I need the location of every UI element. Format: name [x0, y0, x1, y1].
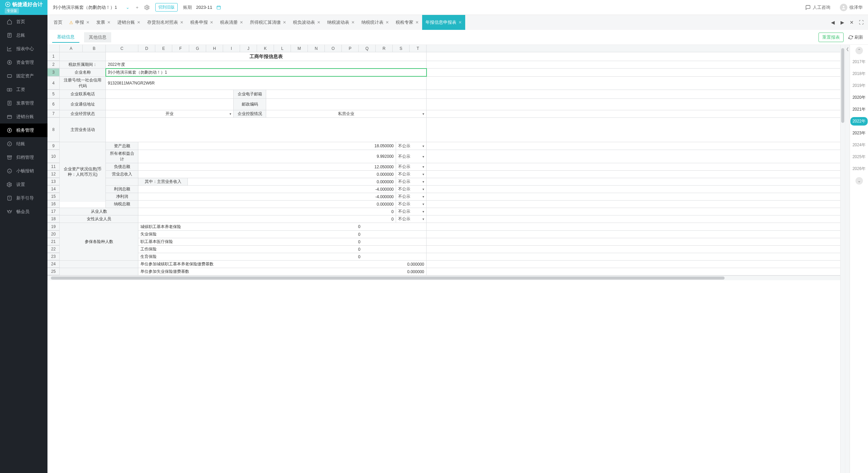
calendar-icon[interactable] [216, 5, 223, 10]
fin-value[interactable]: 18.050000 [138, 142, 396, 150]
year-2020年[interactable]: 2020年 [850, 93, 868, 102]
close-icon[interactable]: ✕ [317, 20, 320, 25]
close-icon[interactable]: ✕ [86, 20, 90, 25]
col-header-P[interactable]: P [342, 45, 359, 52]
fin-value[interactable]: 0.000000 [188, 178, 396, 185]
col-header-T[interactable]: T [410, 45, 427, 52]
col-header-K[interactable]: K [257, 45, 274, 52]
col-header-A[interactable]: A [60, 45, 83, 52]
ins-value[interactable]: 0 [292, 231, 427, 238]
publish-select[interactable]: 不公示 [396, 142, 427, 150]
publish-select[interactable]: 不公示 [396, 193, 427, 200]
publish-select[interactable]: 不公示 [396, 215, 427, 223]
add-icon[interactable]: ＋ [134, 4, 140, 11]
user-menu[interactable]: 徐泽华 [840, 4, 863, 11]
addr-input[interactable] [106, 99, 234, 110]
ins-value[interactable]: 0 [292, 246, 427, 253]
col-header-E[interactable]: E [155, 45, 172, 52]
row-header-24[interactable]: 24 [47, 261, 60, 268]
row-header-10[interactable]: 10 [47, 150, 60, 163]
col-header-J[interactable]: J [240, 45, 257, 52]
year-2019年[interactable]: 2019年 [850, 81, 868, 90]
tab-税负波动表[interactable]: 税负波动表✕ [290, 15, 324, 30]
publish-select[interactable]: 不公示 [396, 208, 427, 215]
emp-value[interactable]: 0 [138, 208, 396, 215]
sidebar-item-home[interactable]: 首页 [0, 15, 47, 29]
ins-value[interactable]: 0 [292, 238, 427, 245]
row-header-25[interactable]: 25 [47, 268, 60, 275]
period-value[interactable]: 2023-11 [196, 5, 212, 10]
row-header-21[interactable]: 21 [47, 238, 60, 245]
year-2026年[interactable]: 2026年 [850, 165, 868, 173]
close-icon[interactable]: ✕ [240, 20, 243, 25]
close-icon[interactable]: ✕ [351, 20, 355, 25]
base-value[interactable]: 0.000000 [359, 268, 427, 275]
row-header-1[interactable]: 1 [47, 52, 60, 61]
close-icon[interactable]: ✕ [137, 20, 140, 25]
year-2025年[interactable]: 2025年 [850, 153, 868, 161]
row-header-16[interactable]: 16 [47, 201, 60, 208]
fin-value[interactable]: -4.000000 [138, 186, 396, 193]
sidebar-item-report[interactable]: 报表中心 [0, 42, 47, 56]
fin-value[interactable]: -4.000000 [138, 193, 396, 200]
sidebar-item-purchase[interactable]: 进销台账 [0, 110, 47, 124]
col-header-B[interactable]: B [83, 45, 106, 52]
year-up-icon[interactable]: ⌃ [855, 47, 863, 54]
holding-select[interactable]: 私营企业 [266, 110, 427, 117]
period-value[interactable]: 2022年度 [106, 61, 427, 68]
publish-select[interactable]: 不公示 [396, 150, 427, 163]
col-header-G[interactable]: G [189, 45, 206, 52]
publish-select[interactable]: 不公示 [396, 163, 427, 170]
tab-申报[interactable]: ⚠申报✕ [66, 15, 93, 30]
row-header-3[interactable]: 3 [47, 69, 60, 76]
close-icon[interactable]: ✕ [386, 20, 389, 25]
fin-value[interactable]: 0.000000 [138, 171, 396, 178]
switch-old-button[interactable]: 切到旧版 [155, 3, 178, 12]
row-header-14[interactable]: 14 [47, 186, 60, 193]
email-input[interactable] [266, 90, 427, 98]
tab-纳税统计表[interactable]: 纳税统计表✕ [358, 15, 392, 30]
sidebar-item-xiaochang[interactable]: 小畅报销 [0, 164, 47, 178]
col-header-C[interactable]: C [106, 45, 138, 52]
sidebar-item-archive[interactable]: 归档管理 [0, 151, 47, 164]
row-header-2[interactable]: 2 [47, 61, 60, 68]
col-header-S[interactable]: S [393, 45, 410, 52]
row-header-22[interactable]: 22 [47, 246, 60, 253]
close-icon[interactable]: ✕ [415, 20, 419, 25]
sidebar-item-settings[interactable]: 设置 [0, 178, 47, 191]
tab-税表清册[interactable]: 税表清册✕ [217, 15, 246, 30]
tab-发票[interactable]: 发票✕ [93, 15, 114, 30]
fin-value[interactable]: 9.992000 [138, 150, 396, 163]
row-header-4[interactable]: 4 [47, 77, 60, 90]
tab-存货别名对照表[interactable]: 存货别名对照表✕ [144, 15, 187, 30]
tab-other-info[interactable]: 其他信息 [84, 32, 111, 42]
close-icon[interactable]: ✕ [458, 20, 462, 25]
fin-value[interactable]: 12.050000 [138, 163, 396, 170]
row-header-11[interactable]: 11 [47, 163, 60, 170]
col-header-corner[interactable] [47, 45, 60, 52]
help-button[interactable]: 人工咨询 [805, 4, 830, 11]
row-header-17[interactable]: 17 [47, 208, 60, 215]
tab-所得税汇算清缴[interactable]: 所得税汇算清缴✕ [246, 15, 290, 30]
sidebar-item-tax[interactable]: 税务管理 [0, 124, 47, 137]
year-2021年[interactable]: 2021年 [850, 105, 868, 114]
row-header-18[interactable]: 18 [47, 215, 60, 223]
fullscreen-icon[interactable]: ⛶ [857, 18, 865, 26]
sidebar-item-guide[interactable]: 新手引导 [0, 191, 47, 205]
col-header-M[interactable]: M [291, 45, 308, 52]
phone-input[interactable] [106, 90, 234, 98]
row-header-23[interactable]: 23 [47, 253, 60, 260]
col-header-I[interactable]: I [223, 45, 240, 52]
year-down-icon[interactable]: ⌄ [855, 177, 863, 185]
ins-value[interactable]: 0 [292, 223, 427, 230]
close-icon[interactable]: ✕ [283, 20, 286, 25]
row-header-12[interactable]: 12 [47, 171, 60, 178]
year-2018年[interactable]: 2018年 [850, 70, 868, 78]
row-header-20[interactable]: 20 [47, 231, 60, 238]
base-value[interactable]: 0.000000 [359, 261, 427, 268]
fin-value[interactable]: 0.000000 [138, 201, 396, 208]
year-2023年[interactable]: 2023年 [850, 129, 868, 137]
col-header-Q[interactable]: Q [359, 45, 376, 52]
tab-纳税波动表[interactable]: 纳税波动表✕ [324, 15, 358, 30]
row-header-19[interactable]: 19 [47, 223, 60, 230]
